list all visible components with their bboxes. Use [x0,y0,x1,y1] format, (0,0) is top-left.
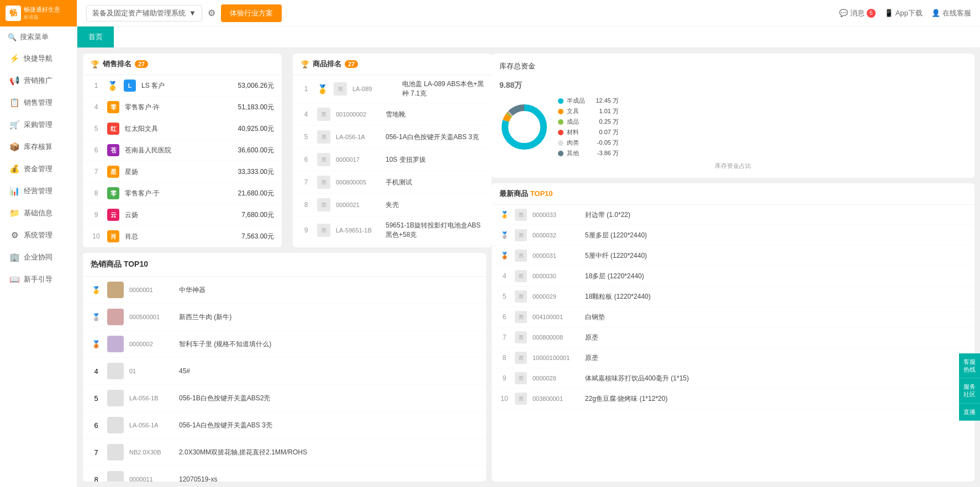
hot-item[interactable]: 6 LA-056-1A 056-1A白色按键开关盖ABS 3壳 [83,412,486,439]
rank-item[interactable]: 7 星 星扬 33,333.00元 [83,161,282,183]
hot-item[interactable]: 🥉 0000002 智利车子里 (规格不知道填什么) [83,331,486,358]
sidebar-item-basic[interactable]: 📁 基础信息 [0,202,77,224]
sidebar-item-sales[interactable]: 📋 销售管理 [0,92,77,114]
rank-number: 4 [301,110,312,118]
sidebar-item-corp[interactable]: 🏢 企业协同 [0,246,77,268]
hot-code: 000500001 [129,314,173,320]
tab-home[interactable]: 首页 [77,27,114,47]
main-area: 装备及固定资产辅助管理系统 ▼ ⚙ 体验行业方案 💬 消息 6 📱 App下载 … [77,0,980,487]
latest-item[interactable]: 8 图 10000100001 原垄 [492,348,974,368]
page-tab-bar: 首页 [77,27,980,48]
search-menu-item[interactable]: 🔍 搜索菜单 [0,27,77,47]
latest-item[interactable]: 7 图 000800008 原垄 [492,327,974,348]
rank-item[interactable]: 8 零 零售客户·于 21,680.00元 [83,183,282,204]
rank-item[interactable]: 1 🥇 L LS 客户 53,006.26元 [83,75,282,97]
service-button[interactable]: 👤 在线客服 [931,8,971,18]
latest-img: 图 [515,250,527,262]
system-selector[interactable]: 装备及固定资产辅助管理系统 ▼ [86,5,202,22]
hot-name: 056-1A白色按键开关盖ABS 3壳 [179,421,478,430]
sidebar-item-system[interactable]: ⚙ 系统管理 [0,224,77,246]
message-badge: 6 [867,9,876,18]
sidebar-item-quick[interactable]: ⚡ 快捷导航 [0,47,77,70]
latest-code: 0000030 [533,273,579,279]
inventory-unit: 万 [514,81,522,89]
product-item[interactable]: 6 图 0000017 10S 变扭罗拔 [293,149,492,171]
message-label: 消息 [850,8,865,18]
hot-name: 12070519-xs [179,475,478,481]
rank-number: 9 [91,211,102,219]
hot-rank: 🥈 [91,313,102,321]
latest-item[interactable]: 6 图 004100001 白钢垫 [492,307,974,327]
latest-item[interactable]: 🥇 图 0000033 封边带 (1.0*22) [492,205,974,225]
latest-item[interactable]: 🥈 图 0000032 5厘多层 (1220*2440) [492,225,974,246]
product-item[interactable]: 7 图 000800005 手机测试 [293,171,492,194]
hot-item[interactable]: 4 01 45# [83,358,486,385]
sidebar-item-marketing[interactable]: 📢 营销推广 [0,70,77,92]
latest-item[interactable]: 9 图 0000028 体斌嘉核味苏打饮品400毫升 (1*15) [492,368,974,389]
corp-label: 企业协同 [24,252,52,262]
sidebar-item-operation[interactable]: 📊 经营管理 [0,180,77,202]
sidebar-item-finance[interactable]: 💰 资金管理 [0,158,77,180]
float-service-button[interactable]: 客服热线 [959,353,980,379]
latest-item[interactable]: 4 图 0000030 18多层 (1220*2440) [492,266,974,287]
latest-rank: 🥉 [499,252,509,260]
message-button[interactable]: 💬 消息 6 [839,8,876,18]
float-live-button[interactable]: 直播 [959,404,980,421]
marketing-icon: 📢 [9,76,19,86]
rank-number: 5 [91,125,102,133]
hot-img [107,282,124,298]
latest-item[interactable]: 5 图 0000029 18颗粒板 (1220*2440) [492,287,974,307]
latest-code: 0000033 [533,211,579,218]
trophy2-icon: 🏆 [301,60,309,68]
latest-rank: 🥈 [499,231,509,239]
hot-rank: 🥉 [91,340,102,348]
rank-item[interactable]: 4 零 零售客户·许 51,183.00元 [83,97,282,118]
hot-img [107,471,124,481]
rank-name: 红太阳文具 [125,124,233,134]
latest-item[interactable]: 🥉 图 0000031 5厘中纤 (1220*2440) [492,246,974,266]
product-item[interactable]: 8 图 0000021 夹壳 [293,194,492,216]
hot-code: 0000002 [129,341,173,347]
operation-label: 经营管理 [24,186,52,196]
hot-item[interactable]: 8 0000011 12070519-xs [83,466,486,481]
hot-name: 新西兰牛肉 (新牛) [179,313,478,322]
header-right: 💬 消息 6 📱 App下载 👤 在线客服 [839,8,971,18]
settings-icon[interactable]: ⚙ [208,8,215,18]
rank-item[interactable]: 6 苍 苍南县人民医院 36,600.00元 [83,140,282,161]
basic-label: 基础信息 [24,208,52,218]
product-rank-badge: 27 [345,60,358,68]
legend-label: 材料 [567,128,579,136]
hot-item[interactable]: 5 LA-056-1B 056-1B白色按键开关盖ABS2壳 [83,385,486,412]
hot-item[interactable]: 7 NB2.0X30B 2.0X30MM双搓花轴,搓花直径2.1MM/ROHS [83,439,486,466]
product-name: 电池盖 LA-089 ABS本色+黑种 7.1克 [402,80,484,98]
hot-img [107,336,124,352]
hot-item[interactable]: 🥈 000500001 新西兰牛肉 (新牛) [83,304,486,331]
latest-rank: 10 [499,395,509,403]
sidebar-item-inventory[interactable]: 📦 库存核算 [0,136,77,158]
latest-img: 图 [515,290,527,303]
hot-item[interactable]: 🥇 0000001 中华神器 [83,277,486,304]
product-item[interactable]: 9 图 LA-59651-1B 59651-1B旋转投影灯电池盒ABS黑色+58… [293,216,492,245]
rank-item[interactable]: 10 肖 肖总 7,563.00元 [83,226,282,247]
sidebar-item-guide[interactable]: 📖 新手引导 [0,268,77,290]
app-download-button[interactable]: 📱 App下载 [884,8,923,18]
message-icon: 💬 [839,9,848,17]
product-item[interactable]: 5 图 LA-056-1A 056-1A白色按键开关盖ABS 3克 [293,126,492,149]
purchase-label: 采购管理 [24,120,52,130]
rank-item[interactable]: 5 红 红太阳文具 40,925.00元 [83,118,282,140]
sidebar-item-purchase[interactable]: 🛒 采购管理 [0,114,77,136]
trial-button[interactable]: 体验行业方案 [221,4,282,22]
inventory-footer: 库存资金占比 [499,162,967,170]
inventory-amount: 9.88万 [499,76,967,91]
product-item[interactable]: 1 🥇 图 LA-089 电池盖 LA-089 ABS本色+黑种 7.1克 [293,75,492,103]
float-community-button[interactable]: 服务社区 [959,378,980,404]
rank-number: 6 [91,146,102,154]
rank-item[interactable]: 9 云 云扬 7,680.00元 [83,204,282,226]
legend-value: 1.01 万 [588,107,619,115]
latest-img: 图 [515,311,527,323]
latest-name: 18颗粒板 (1220*2440) [585,292,967,301]
product-thumb: 图 [334,82,347,96]
product-item[interactable]: 4 图 001000002 雪地靴 [293,103,492,126]
latest-item[interactable]: 10 图 003800001 22g鱼豆腐·烧烤味 (1*12*20) [492,389,974,409]
rank-number: 5 [301,133,312,141]
